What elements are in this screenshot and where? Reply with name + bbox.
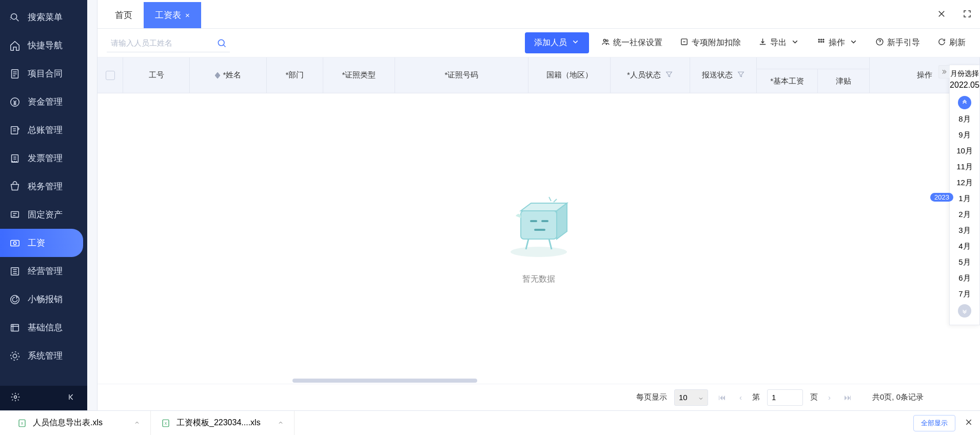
horizontal-scrollbar[interactable] [97,379,980,384]
month-scroll-down[interactable] [958,304,971,318]
col-bszt[interactable]: 报送状态 [690,57,757,93]
add-person-button[interactable]: 添加人员 [525,32,589,53]
month-option[interactable]: 11月 [950,159,979,175]
sidebar-item-quicknav[interactable]: 快捷导航 [0,31,87,60]
sidebar-item-general-ledger[interactable]: 总账管理 [0,116,87,144]
month-picker: 月份选择 2022.05 8月 9月 10月 11月 12月 2023 1月 2… [949,65,980,325]
chevron-up-icon[interactable] [134,419,140,428]
column-label: 津贴 [836,76,851,86]
col-jibengongzi[interactable]: *基本工资 [757,69,818,93]
fullscreen-button[interactable] [957,4,977,24]
col-jintie[interactable]: 津贴 [818,69,869,93]
column-label: *证照类型 [342,70,376,80]
sidebar-item-invoice[interactable]: 发票管理 [0,144,87,172]
employee-search-input[interactable] [107,34,230,52]
asset-icon [9,209,21,221]
download-item[interactable]: X 人员信息导出表.xls [7,411,151,435]
month-option[interactable]: 10月 [950,143,979,159]
chevron-down-icon [571,37,580,48]
month-option[interactable]: 2月 [950,207,979,223]
col-zzlx[interactable]: *证照类型 [323,57,395,93]
prev-page-button[interactable]: ‹ [736,393,745,402]
col-gonghao[interactable]: 工号 [123,57,190,93]
sidebar-item-system[interactable]: 系统管理 [0,342,87,370]
col-salary-group: *基本工资 津贴 [757,57,870,93]
col-zzhm[interactable]: *证照号码 [395,57,528,93]
col-guoji[interactable]: 国籍（地区） [528,57,611,93]
tab-close-icon[interactable]: × [185,11,190,19]
month-option[interactable]: 8月 [950,111,979,127]
sort-icon[interactable] [215,72,220,78]
svg-point-19 [820,39,821,40]
tab-home[interactable]: 首页 [104,2,144,28]
sidebar-item-reimburse[interactable]: 小畅报销 [0,285,87,313]
pager: 每页显示 10 ⏮ ‹ 第 页 › ⏭ 共0页, 0条记录 [97,384,980,410]
scrollbar-thumb[interactable] [292,379,477,383]
sidebar-item-biz-mgmt[interactable]: 经营管理 [0,257,87,285]
tab-gongzibiao[interactable]: 工资表 × [144,2,201,28]
download-item[interactable]: X 工资模板_223034....xls [151,411,295,435]
close-tab-button[interactable] [932,4,951,24]
month-option[interactable]: 7月 [950,286,979,302]
next-page-button[interactable]: › [825,393,834,402]
show-all-downloads-button[interactable]: 全部显示 [913,415,955,431]
close-download-bar[interactable] [965,418,973,428]
sidebar-item-search-menu[interactable]: 搜索菜单 [0,3,87,31]
sidebar-item-project-contract[interactable]: 项目合同 [0,60,87,88]
settings-icon[interactable] [10,392,21,405]
month-option[interactable]: 6月 [950,270,979,286]
month-option[interactable]: 4月 [950,239,979,254]
svg-rect-29 [541,220,548,222]
month-option[interactable]: 3月 [950,223,979,239]
checkbox-icon[interactable] [106,71,115,80]
sidebar-item-base-info[interactable]: 基础信息 [0,313,87,342]
month-option[interactable]: 2023 1月 [950,191,979,207]
salary-icon [9,238,21,249]
sidebar-footer [0,386,87,410]
column-label: *证照号码 [445,70,479,80]
guide-button[interactable]: 新手引导 [870,34,925,51]
social-settings-button[interactable]: 统一社保设置 [596,34,668,51]
month-option[interactable]: 9月 [950,127,979,143]
month-option[interactable]: 12月 [950,175,979,191]
page-number-input[interactable] [767,389,803,406]
sidebar-item-fixed-assets[interactable]: 固定资产 [0,201,87,229]
sidebar-collapse-strip[interactable] [87,0,97,410]
month-option[interactable]: 5月 [950,254,979,270]
button-label: 导出 [770,37,787,48]
collapse-sidebar-icon[interactable] [67,392,77,405]
column-label: *基本工资 [770,76,804,86]
filter-icon[interactable] [661,70,673,80]
refresh-button[interactable]: 刷新 [932,34,971,51]
col-bumen[interactable]: *部门 [267,57,323,93]
column-label: 国籍（地区） [546,70,593,80]
search-icon[interactable] [217,38,227,50]
sidebar-item-salary[interactable]: 工资 [0,229,83,257]
ledger-icon [9,125,21,136]
month-picker-collapse[interactable] [938,65,950,78]
chevron-down-icon [698,394,704,403]
export-button[interactable]: 导出 [753,34,805,51]
chevron-up-icon[interactable] [278,419,284,428]
sidebar-item-tax[interactable]: 税务管理 [0,172,87,201]
reimburse-icon [9,294,21,305]
first-page-button[interactable]: ⏮ [715,393,729,402]
column-label: *部门 [286,70,304,80]
last-page-button[interactable]: ⏭ [841,393,855,402]
filter-icon[interactable] [733,70,745,80]
col-ryzt[interactable]: *人员状态 [611,57,690,93]
chevron-down-icon [849,37,858,48]
special-deduction-button[interactable]: 专项附加扣除 [675,34,746,51]
operations-button[interactable]: 操作 [812,34,863,51]
sidebar-item-funds[interactable]: 资金管理 [0,88,87,116]
svg-point-13 [14,396,17,398]
col-xingming[interactable]: *姓名 [190,57,267,93]
select-all-header[interactable] [97,57,123,93]
per-page-select[interactable]: 10 [674,389,708,406]
toolbar: 添加人员 统一社保设置 专项附加扣除 导出 操作 [97,29,980,57]
help-icon [875,37,884,48]
svg-point-14 [218,39,224,46]
svg-point-15 [603,39,605,42]
svg-point-25 [511,247,567,257]
month-scroll-up[interactable] [958,96,971,109]
